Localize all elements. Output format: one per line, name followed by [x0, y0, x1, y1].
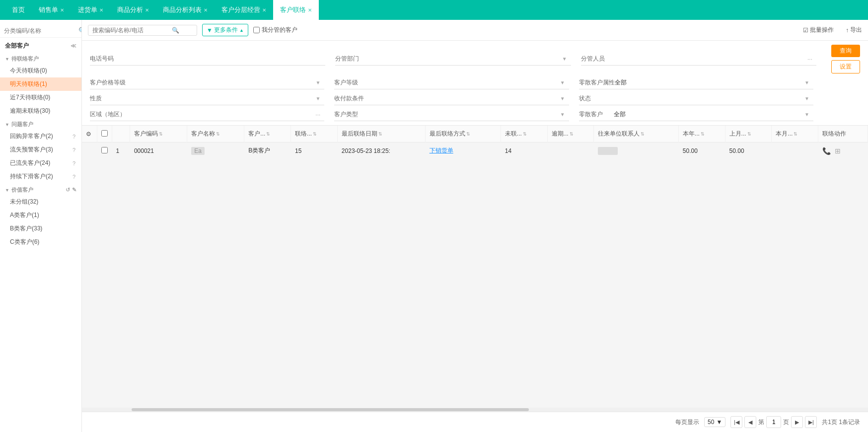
last-method-link[interactable]: 下销货单 — [430, 147, 453, 154]
filter-retail-select[interactable]: 全部 ▼ — [615, 78, 809, 87]
sidebar-item-tomorrow[interactable]: 明天待联络(1) — [0, 77, 81, 91]
sidebar-item-c-class[interactable]: C类客户(6) — [0, 235, 81, 249]
batch-op-btn[interactable]: ☑ 批量操作 — [803, 26, 834, 34]
all-customers-title: 全部客户 ≪ — [0, 38, 81, 52]
th-overdue[interactable]: 逾期...⇅ — [547, 126, 594, 143]
nav-purchase[interactable]: 进货单✕ — [71, 0, 110, 20]
reset-btn[interactable]: 设置 — [831, 60, 860, 73]
page-input[interactable] — [766, 416, 781, 428]
th-this-year[interactable]: 本年...⇅ — [678, 126, 725, 143]
sidebar-item-7days[interactable]: 近7天待联络(0) — [0, 91, 81, 104]
filter-price-level: 客户价格等级 ▼ — [90, 76, 324, 89]
td-type: B类客户 — [244, 143, 291, 159]
filter-payment: 收付款条件 ▼ — [334, 92, 569, 105]
th-customer-code[interactable]: 客户编码⇅ — [130, 126, 187, 143]
filter-nature-select[interactable]: ▼ — [125, 96, 320, 101]
sidebar-item-repurchase[interactable]: 回购异常客户(2) ? — [0, 130, 81, 143]
sidebar-item-declining[interactable]: 持续下滑客户(2) ? — [0, 170, 81, 183]
total-info: 共1页 1条记录 — [822, 418, 860, 427]
filter-price-select[interactable]: ▼ — [126, 80, 320, 85]
filter-nature: 性质 ▼ — [90, 92, 324, 105]
my-customers-check[interactable]: 我分管的客户 — [253, 26, 297, 34]
page-first-btn[interactable]: |◀ — [730, 416, 742, 428]
filter-customer-level: 客户等级 ▼ — [334, 76, 569, 89]
th-customer-name[interactable]: 客户名称⇅ — [187, 126, 244, 143]
top-nav: 首页 销售单✕ 进货单✕ 商品分析✕ 商品分析列表✕ 客户分层经营✕ 客户联络✕ — [0, 0, 868, 20]
close-purchase-icon[interactable]: ✕ — [99, 7, 103, 13]
collapse-icon[interactable]: ≪ — [71, 43, 76, 49]
sidebar-item-a-class[interactable]: A类客户(1) — [0, 209, 81, 222]
my-customers-checkbox[interactable] — [253, 27, 260, 33]
filter-more-btn[interactable]: ▼ 更多条件 ▲ — [202, 24, 248, 36]
filter-status-select[interactable]: ▼ — [614, 96, 809, 101]
th-customer-type[interactable]: 客户...⇅ — [244, 126, 291, 143]
th-contact[interactable]: 联络...⇅ — [291, 126, 338, 143]
th-settings[interactable]: ⚙ — [82, 126, 97, 143]
th-last-method[interactable]: 最后联络方式⇅ — [425, 126, 501, 143]
close-product-analysis-icon[interactable]: ✕ — [145, 7, 149, 13]
filter-retail2-label: 零散客户 — [579, 110, 614, 119]
th-last-date[interactable]: 最后联络日期⇅ — [337, 126, 425, 143]
filter-region-dots[interactable]: ··· — [315, 111, 320, 118]
export-btn[interactable]: ↑ 导出 — [846, 26, 862, 34]
th-unit-contact[interactable]: 往来单位联系人⇅ — [594, 126, 679, 143]
header-checkbox[interactable] — [101, 130, 108, 137]
filter-region-label: 区域（地区） — [90, 110, 126, 119]
refresh-icon[interactable]: ↺ — [66, 187, 70, 193]
sidebar-item-lostwarning[interactable]: 流失预警客户(3) ? — [0, 143, 81, 156]
row-checkbox[interactable] — [101, 147, 108, 153]
td-check[interactable] — [97, 143, 112, 159]
nav-home[interactable]: 首页 — [5, 0, 32, 20]
filter-retail-attr: 零散客户属性 全部 ▼ — [579, 76, 813, 89]
filter-row-4: 区域（地区） ··· 客户类型 ▼ 零散客户 全部 — [90, 108, 860, 121]
page-last-btn[interactable]: ▶| — [805, 416, 817, 428]
close-product-list-icon[interactable]: ✕ — [204, 7, 208, 13]
th-this-month[interactable]: 本月...⇅ — [772, 126, 818, 143]
chevron-down-icon9: ▼ — [804, 112, 809, 117]
filter-retail2-select[interactable]: 全部 ▼ — [614, 110, 809, 119]
horizontal-scrollbar[interactable] — [82, 408, 868, 412]
filter-phone-input[interactable] — [125, 56, 321, 63]
filter-type-label: 客户类型 — [334, 110, 369, 119]
sidebar-item-lost[interactable]: 已流失客户(24) ? — [0, 156, 81, 170]
edit-icon[interactable]: ✎ — [72, 187, 76, 193]
nav-customer-tier[interactable]: 客户分层经营✕ — [215, 0, 273, 20]
filter-level-select[interactable]: ▼ — [369, 80, 565, 85]
td-last-method[interactable]: 下销货单 — [425, 143, 501, 159]
nav-customer-contact[interactable]: 客户联络✕ — [273, 0, 319, 20]
page-next-btn[interactable]: ▶ — [791, 416, 803, 428]
page-prev-btn[interactable]: ◀ — [744, 416, 756, 428]
close-customer-contact-icon[interactable]: ✕ — [308, 7, 312, 13]
th-last-month[interactable]: 上月...⇅ — [725, 126, 772, 143]
nav-product-analysis-list[interactable]: 商品分析列表✕ — [156, 0, 215, 20]
scrollbar-thumb[interactable] — [132, 408, 529, 411]
close-sales-icon[interactable]: ✕ — [60, 7, 64, 13]
action-qr-icon[interactable]: ⊞ — [835, 147, 841, 155]
th-not-contacted[interactable]: 未联...⇅ — [501, 126, 547, 143]
sidebar-item-ungrouped[interactable]: 未分组(32) — [0, 195, 81, 209]
filter-person-dots[interactable]: ··· — [807, 56, 812, 63]
action-phone-icon[interactable]: 📞 — [822, 147, 831, 155]
sidebar-search-icon[interactable]: 🔍 — [78, 27, 82, 34]
filter-panel: 电话号码 分管部门 ▼ 分管人员 ··· — [82, 41, 868, 126]
filter-payment-select[interactable]: ▼ — [369, 96, 565, 101]
search-input[interactable] — [92, 27, 172, 34]
sidebar-item-overdue[interactable]: 逾期未联络(30) — [0, 104, 81, 118]
nav-sales[interactable]: 销售单✕ — [32, 0, 71, 20]
chevron-up-icon: ▲ — [239, 28, 244, 33]
nav-product-analysis[interactable]: 商品分析✕ — [110, 0, 156, 20]
th-check[interactable] — [97, 126, 112, 143]
query-btn[interactable]: 查询 — [831, 45, 860, 57]
td-unit-contact — [594, 143, 679, 159]
filter-phone: 电话号码 — [90, 53, 325, 66]
close-customer-tier-icon[interactable]: ✕ — [262, 7, 266, 13]
filter-type-select[interactable]: ▼ — [369, 112, 565, 117]
sidebar-item-b-class[interactable]: B类客户(33) — [0, 222, 81, 235]
sort-overdue-icon: ⇅ — [570, 132, 574, 137]
search-icon[interactable]: 🔍 — [172, 27, 179, 34]
td-this-year: 50.00 — [678, 143, 725, 159]
sidebar-search-input[interactable] — [4, 27, 78, 34]
page-size-select[interactable]: 50 ▼ — [704, 417, 725, 427]
filter-dept-select[interactable]: ▼ — [370, 56, 567, 62]
sidebar-item-today[interactable]: 今天待联络(0) — [0, 64, 81, 77]
